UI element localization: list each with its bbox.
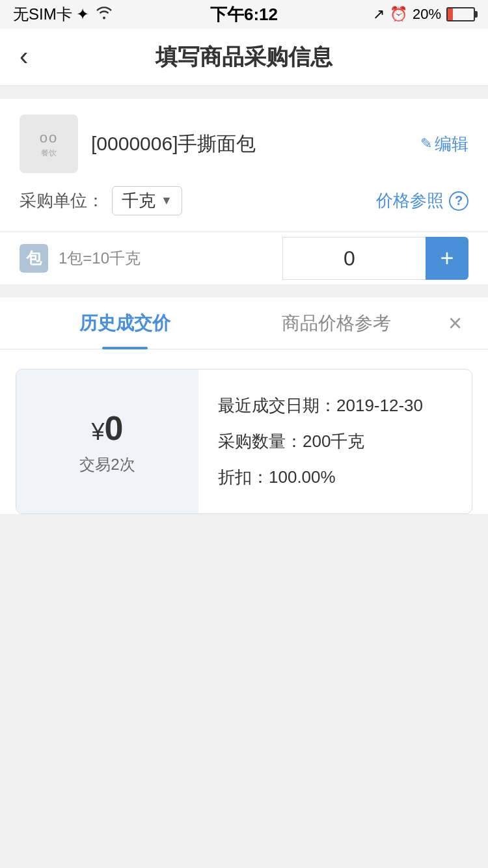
carrier-text: 无SIM卡 ✦ xyxy=(13,4,89,25)
unit-selector: 采购单位： 千克 ▼ xyxy=(20,186,182,215)
battery-icon xyxy=(446,7,475,21)
edit-label: 编辑 xyxy=(435,133,468,156)
status-time: 下午6:12 xyxy=(210,3,278,26)
location-icon: ↗ xyxy=(373,6,385,23)
price-ref-label: 价格参照 xyxy=(376,189,444,212)
tabs-header: 历史成交价 商品价格参考 × xyxy=(0,297,488,349)
product-name: [0000006]手撕面包 xyxy=(91,131,256,157)
product-logo: oo 餐饮 xyxy=(40,129,58,159)
unit-badge: 包 xyxy=(20,244,48,273)
logo-eyes: oo xyxy=(40,129,58,146)
quantity-section: 包 1包=10千克 + xyxy=(0,232,488,284)
logo-chin: 餐饮 xyxy=(41,148,57,159)
unit-description: 1包=10千克 xyxy=(59,248,141,269)
discount-row: 折扣：100.00% xyxy=(218,465,452,490)
price-reference-button[interactable]: 价格参照 ? xyxy=(376,189,468,212)
purchase-qty-row: 采购数量：200千克 xyxy=(218,429,452,454)
dropdown-arrow-icon: ▼ xyxy=(161,194,172,208)
plus-icon: + xyxy=(440,245,454,272)
unit-label: 采购单位： xyxy=(20,189,104,212)
quantity-input[interactable] xyxy=(282,237,426,280)
price-amount: 0 xyxy=(105,409,124,447)
status-left: 无SIM卡 ✦ xyxy=(13,4,113,25)
status-bar: 无SIM卡 ✦ 下午6:12 ↗ ⏰ 20% xyxy=(0,0,488,29)
history-price-value: ¥0 xyxy=(92,409,124,448)
history-detail-column: 最近成交日期：2019-12-30 采购数量：200千克 折扣：100.00% xyxy=(198,370,472,513)
product-card: oo 餐饮 [0000006]手撕面包 ✎ 编辑 采购单位： 千克 ▼ 价格参照… xyxy=(0,99,488,231)
product-header: oo 餐饮 [0000006]手撕面包 ✎ 编辑 xyxy=(20,115,468,173)
price-symbol: ¥ xyxy=(92,418,105,445)
alarm-icon: ⏰ xyxy=(390,6,407,23)
quantity-unit-info: 包 1包=10千克 xyxy=(20,244,141,273)
quantity-input-row: + xyxy=(282,237,468,280)
wifi-icon xyxy=(96,5,113,23)
tab-history-price[interactable]: 历史成交价 xyxy=(20,297,230,349)
tab-product-price-ref[interactable]: 商品价格参考 xyxy=(230,297,441,349)
unit-select-dropdown[interactable]: 千克 ▼ xyxy=(112,186,182,215)
unit-value: 千克 xyxy=(122,189,156,212)
edit-button[interactable]: ✎ 编辑 xyxy=(420,133,468,156)
purchase-qty-value: 200千克 xyxy=(303,431,364,451)
nav-bar: ‹ 填写商品采购信息 xyxy=(0,29,488,86)
quantity-plus-button[interactable]: + xyxy=(426,237,468,280)
page-title: 填写商品采购信息 xyxy=(156,42,332,72)
tabs-close-button[interactable]: × xyxy=(442,312,468,335)
tab-history-label: 历史成交价 xyxy=(79,311,170,336)
battery-percent: 20% xyxy=(413,6,441,23)
history-card: ¥0 交易2次 最近成交日期：2019-12-30 采购数量：200千克 折扣：… xyxy=(16,369,472,514)
status-right: ↗ ⏰ 20% xyxy=(373,6,475,23)
edit-icon: ✎ xyxy=(420,135,432,152)
tabs-section: 历史成交价 商品价格参考 × ¥0 交易2次 最近成交日期：2019-12-30… xyxy=(0,297,488,514)
trade-count: 交易2次 xyxy=(79,454,135,475)
recent-date-row: 最近成交日期：2019-12-30 xyxy=(218,393,452,418)
tab-price-ref-label: 商品价格参考 xyxy=(282,311,391,336)
product-header-left: oo 餐饮 [0000006]手撕面包 xyxy=(20,115,256,173)
discount-value: 100.00% xyxy=(269,467,336,487)
recent-date-label: 最近成交日期： xyxy=(218,396,336,415)
discount-label: 折扣： xyxy=(218,467,269,487)
back-button[interactable]: ‹ xyxy=(20,43,28,69)
history-price-column: ¥0 交易2次 xyxy=(16,370,198,513)
purchase-qty-label: 采购数量： xyxy=(218,431,303,451)
help-icon: ? xyxy=(449,191,468,211)
main-content-area xyxy=(0,534,488,868)
close-icon: × xyxy=(448,310,462,336)
product-thumbnail: oo 餐饮 xyxy=(20,115,78,173)
product-unit-row: 采购单位： 千克 ▼ 价格参照 ? xyxy=(20,186,468,215)
recent-date-value: 2019-12-30 xyxy=(336,396,423,415)
